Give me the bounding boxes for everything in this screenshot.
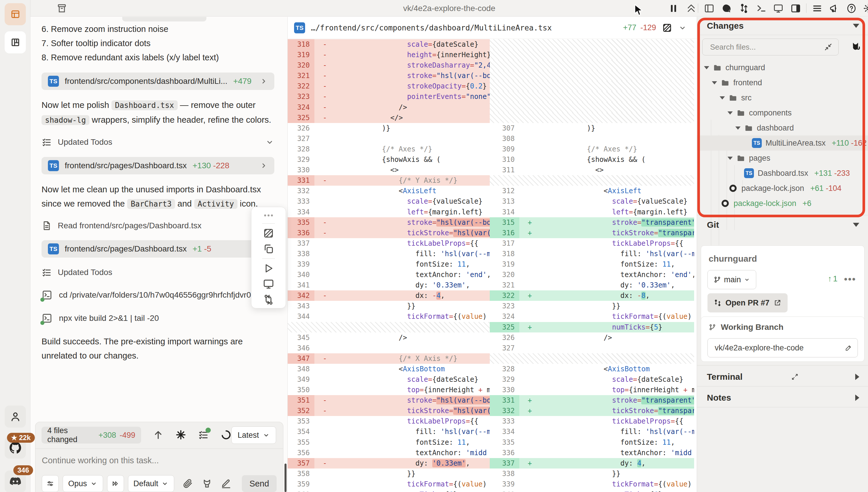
cat-icon[interactable] xyxy=(202,478,212,489)
megaphone-icon[interactable] xyxy=(829,3,839,14)
diff-code-line: {/* Y Axis */} xyxy=(335,175,490,186)
diff-row: 344 tickFormat={(value)324 tickFormat={(… xyxy=(288,311,697,322)
open-pr-button[interactable]: Open PR #7 xyxy=(707,293,788,313)
signature-pen-icon[interactable] xyxy=(220,478,232,489)
diff-line-number: 335 xyxy=(288,217,314,228)
collapse-file-chevron-icon[interactable] xyxy=(678,24,687,32)
tree-caret-icon[interactable] xyxy=(727,112,733,115)
chat-scrollbar-thumb[interactable] xyxy=(284,464,286,492)
working-branch-field[interactable]: vk/4e2a-explore-the-code xyxy=(707,338,858,358)
scroll-up-icon[interactable] xyxy=(153,429,164,441)
git-more-menu[interactable]: ••• xyxy=(844,274,856,285)
search-files-input[interactable] xyxy=(702,39,839,55)
file-change-chip[interactable]: TSfrontend/src/pages/Dashboard.tsx+130 -… xyxy=(42,157,274,174)
pause-icon[interactable] xyxy=(668,3,679,14)
expand-icon[interactable] xyxy=(791,373,799,380)
diff-line-number: 355 xyxy=(288,437,314,448)
chevron-down-icon xyxy=(262,432,270,439)
collapse-tree-icon[interactable] xyxy=(824,43,832,51)
read-file-row[interactable]: Read frontend/src/pages/Dashboard.tsx xyxy=(42,219,274,232)
preview-monitor-icon[interactable] xyxy=(263,278,274,290)
tree-row-dashboard-tsx[interactable]: TSDashboard.tsx+131 -233 xyxy=(697,166,868,181)
terminal-section-header[interactable]: Terminal xyxy=(697,368,868,386)
diff-change-sign xyxy=(519,249,540,259)
tree-row-components[interactable]: components xyxy=(697,105,868,120)
mode-select[interactable]: Default xyxy=(128,475,174,492)
attachment-icon[interactable] xyxy=(182,478,193,489)
send-button[interactable]: Send xyxy=(242,475,277,492)
git-section-header[interactable]: Git xyxy=(697,216,868,234)
archive-icon[interactable] xyxy=(56,3,67,14)
cat-assistant-icon[interactable] xyxy=(849,41,862,53)
model-label: Opus xyxy=(68,479,87,488)
message-input[interactable]: Continue working on this task... xyxy=(36,449,283,465)
diff-view-toggle-icon[interactable] xyxy=(662,23,672,33)
diff-body[interactable]: 318- scale={dateScale}319- height={inner… xyxy=(288,39,697,492)
tree-row-pages[interactable]: pages xyxy=(697,151,868,166)
tree-row-package-lock-json[interactable]: package-lock.json+61 -104 xyxy=(697,181,868,196)
diff-row: 323- pointerEvents="none" xyxy=(288,91,697,102)
board-tab[interactable] xyxy=(5,31,26,53)
collapse-all-icon[interactable] xyxy=(686,3,697,14)
tree-caret-icon[interactable] xyxy=(712,81,717,84)
model-select[interactable]: Opus xyxy=(63,475,103,492)
commits-ahead[interactable]: ↑1 xyxy=(828,274,838,284)
diff-change-sign: + xyxy=(519,290,540,301)
terminal-icon[interactable] xyxy=(756,3,767,14)
run-icon[interactable] xyxy=(263,263,274,274)
diff-row: 340 textAnchor: 'end',320 textAnchor: 'e… xyxy=(288,270,697,280)
diff-change-sign: - xyxy=(314,353,335,364)
diff-change-sign xyxy=(519,259,540,270)
account-button[interactable] xyxy=(5,405,26,427)
tree-row-src[interactable]: src xyxy=(697,90,868,105)
swap-vertical-icon[interactable] xyxy=(739,3,749,14)
diff-line-number: 321 xyxy=(288,71,314,81)
diff-change-sign xyxy=(519,270,540,280)
tree-row-multilinearea-tsx[interactable]: TSMultiLineArea.tsx+110 -162 xyxy=(697,136,868,151)
updated-todos-row[interactable]: Updated Todos xyxy=(42,266,274,279)
tree-row-frontend[interactable]: frontend xyxy=(697,75,868,90)
diff-filler-hatch xyxy=(490,39,694,50)
monitor-icon[interactable] xyxy=(773,3,783,14)
tree-row-package-lock-json[interactable]: package-lock.json+6 xyxy=(697,196,868,211)
file-change-chip[interactable]: TSfrontend/src/pages/Dashboard.tsx+1 -5 xyxy=(42,240,274,257)
fast-forward-button[interactable] xyxy=(107,475,124,492)
changes-section-header[interactable]: Changes xyxy=(697,17,868,35)
diff-code-line: tickStroke="transpar xyxy=(540,228,694,238)
tree-row-churnguard[interactable]: churnguard xyxy=(697,60,868,75)
help-icon[interactable] xyxy=(846,3,857,14)
tree-caret-icon[interactable] xyxy=(735,126,741,130)
diff-file-header[interactable]: TS …/frontend/src/components/dashboard/M… xyxy=(288,17,697,39)
terminal-command-row[interactable]: cd /private/var/folders/10/h7w0q46556ggr… xyxy=(42,288,274,302)
workspace-tab-active[interactable] xyxy=(5,3,26,25)
git-compare-icon[interactable] xyxy=(263,294,274,305)
tree-row-dashboard[interactable]: dashboard xyxy=(697,120,868,136)
updated-todos-row[interactable]: Updated Todos xyxy=(42,136,274,149)
diff-line-number: 320 xyxy=(288,60,314,71)
version-select[interactable]: Latest xyxy=(231,426,276,444)
panel-right-icon[interactable] xyxy=(791,3,801,14)
terminal-command-row[interactable]: npx vite build 2>&1 | tail -20 xyxy=(42,311,274,325)
tree-caret-icon[interactable] xyxy=(720,96,725,99)
menu-icon[interactable] xyxy=(812,3,822,14)
diff-change-sign: + xyxy=(519,395,540,405)
updated-todos-label: Updated Todos xyxy=(58,268,112,277)
branch-select[interactable]: main xyxy=(707,270,756,289)
file-change-chip[interactable]: TSfrontend/src/components/dashboard/Mult… xyxy=(42,73,274,90)
panel-left-icon[interactable] xyxy=(704,3,714,14)
notes-section-header[interactable]: Notes xyxy=(697,389,868,407)
tree-caret-icon[interactable] xyxy=(727,157,733,160)
settings-sliders-button[interactable] xyxy=(42,475,58,492)
tree-caret-icon[interactable] xyxy=(704,66,709,69)
files-changed-summary[interactable]: 4 files changed +308 -499 xyxy=(42,427,141,444)
diff-line-number: 319 xyxy=(288,50,314,60)
chat-bubble-icon[interactable] xyxy=(721,3,732,14)
spark-icon[interactable] xyxy=(175,429,186,441)
gear-icon[interactable] xyxy=(863,3,868,14)
copy-icon[interactable] xyxy=(263,243,274,255)
edit-pencil-icon[interactable] xyxy=(845,344,852,351)
diff-view-icon[interactable] xyxy=(263,227,274,239)
todo-list-icon[interactable] xyxy=(198,429,209,441)
drag-handle-dots-icon[interactable] xyxy=(263,212,274,220)
github-icon xyxy=(8,441,22,454)
